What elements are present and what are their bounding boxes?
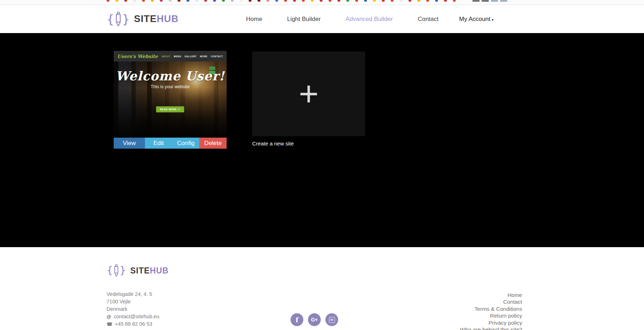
footer-link[interactable]: Home [384,292,522,298]
footer-address-lines: Vedelsgade 24, 4. 57100 VejleDenmark [107,291,245,313]
tab-favicon-dot[interactable] [195,0,198,2]
view-button[interactable]: View [114,138,145,149]
tab-favicon-dot[interactable] [266,0,269,2]
preview-nav-item: MORE [200,55,208,58]
site-header: { } SITEHUB Home Light Builder Advanced … [0,5,644,33]
footer-link[interactable]: Contact [384,298,522,305]
tab-favicon-dot[interactable] [382,0,385,2]
preview-hero-title: Welcome User! [114,69,227,83]
edit-button[interactable]: Edit [145,138,172,149]
preview-site-nav: ABOUTMENUGALLERYMORECONTACT [162,55,223,58]
logo-wordmark: SITEHUB [130,266,169,276]
plus-icon: + [299,77,319,111]
phone-icon: ☎ [107,321,112,327]
preview-site-header: Users's Website ABOUTMENUGALLERYMORECONT… [114,51,227,62]
address-line: 7100 Vejle [107,298,245,305]
preview-nav-item: MENU [174,55,181,58]
tab-favicon-dot[interactable] [391,0,394,2]
tab-favicon-dot[interactable] [222,0,225,2]
create-new-site-card[interactable]: + Create a new site [252,51,365,149]
tab-favicon-dot[interactable] [284,0,287,2]
footer-phone: +45 88 82 06 53 [115,321,152,327]
browser-toolbar-button[interactable] [491,0,498,2]
tab-favicon-dot[interactable] [249,0,251,2]
tab-favicon-dot[interactable] [320,0,323,2]
browser-tab-favicons [107,0,456,2]
tab-favicon-dot[interactable] [373,0,376,2]
nav-contact[interactable]: Contact [418,16,439,23]
footer-link[interactable]: Who are behind this site? [384,326,522,330]
tab-favicon-dot[interactable] [329,0,331,2]
tab-favicon-dot[interactable] [186,0,189,2]
tab-favicon-dot[interactable] [346,0,349,2]
nav-advanced-builder[interactable]: Advanced Builder [346,16,393,23]
footer-link[interactable]: Terms & Conditions [384,305,522,312]
tab-favicon-dot[interactable] [160,0,163,2]
sitehub-logo[interactable]: { } SITEHUB [107,12,179,27]
tab-favicon-dot[interactable] [275,0,278,2]
tab-favicon-dot[interactable] [133,0,136,2]
footer-email-line: @ contact@sitehub.eu [107,313,245,320]
browser-toolbar-buttons [472,0,507,2]
google-plus-icon[interactable]: G+ [308,313,321,326]
config-button[interactable]: Config [172,138,200,149]
tab-favicon-dot[interactable] [444,0,447,2]
nav-light-builder[interactable]: Light Builder [287,16,321,23]
footer-link[interactable]: Return policy [384,312,522,319]
my-account-dropdown[interactable]: My Account▾ [459,16,494,23]
tab-favicon-dot[interactable] [169,0,172,2]
footer-links: HomeContactTerms & ConditionsReturn poli… [384,292,522,330]
tab-favicon-dot[interactable] [204,0,207,2]
browser-toolbar-button[interactable] [482,0,489,2]
preview-read-more-button: READ MORE ▼ [156,106,184,112]
browser-toolbar-button[interactable] [472,0,480,2]
user-site-card: Users's Website ABOUTMENUGALLERYMORECONT… [114,51,227,149]
tab-favicon-dot[interactable] [426,0,429,2]
delete-button[interactable]: Delete [199,138,227,149]
site-actions: View Edit Config Delete [114,138,227,149]
tab-favicon-dot[interactable] [408,0,411,2]
tab-favicon-dot[interactable] [311,0,314,2]
browser-toolbar-button[interactable] [500,0,507,2]
footer-link[interactable]: Privacy policy [384,319,522,326]
tab-favicon-dot[interactable] [142,0,145,2]
tab-favicon-dot[interactable] [435,0,438,2]
tab-favicon-dot[interactable] [124,0,127,2]
tab-favicon-dot[interactable] [151,0,154,2]
tab-favicon-dot[interactable] [400,0,402,2]
tab-favicon-dot[interactable] [115,0,118,2]
preview-nav-item: GALLERY [184,55,196,58]
tab-favicon-dot[interactable] [417,0,420,2]
preview-site-title: Users's Website [117,54,158,59]
logo-wordmark: SITEHUB [134,14,179,25]
page: { } SITEHUB Home Light Builder Advanced … [0,0,644,330]
tab-favicon-dot[interactable] [302,0,305,2]
nav-home[interactable]: Home [246,16,262,23]
footer-address-block: Vedelsgade 24, 4. 57100 VejleDenmark @ c… [107,291,245,330]
tab-favicon-dot[interactable] [240,0,243,2]
tab-favicon-dot[interactable] [337,0,340,2]
logo-brace-right: } [122,13,130,25]
tab-favicon-dot[interactable] [453,0,456,2]
tab-favicon-dot[interactable] [107,0,109,2]
create-site-box[interactable]: + [252,52,365,136]
pencil-icon [115,12,121,27]
sites-area: Users's Website ABOUTMENUGALLERYMORECONT… [0,33,644,247]
site-footer: { } SITEHUB Vedelsgade 24, 4. 57100 Vejl… [0,247,644,330]
preview-hero-image: Welcome User! This is your website READ … [114,62,227,137]
tab-favicon-dot[interactable] [213,0,216,2]
facebook-icon[interactable]: f [291,313,303,326]
tab-favicon-dot[interactable] [258,0,260,2]
footer-email: contact@sitehub.eu [114,314,159,319]
tab-favicon-dot[interactable] [293,0,296,2]
footer-sitehub-logo[interactable]: { } SITEHUB [107,264,522,277]
tab-favicon-dot[interactable] [231,0,234,2]
tab-favicon-dot[interactable] [364,0,367,2]
address-line: Vedelsgade 24, 4. 5 [107,291,245,298]
logo-brace-right: } [120,266,126,276]
linkedin-icon[interactable]: in [325,313,338,326]
at-icon: @ [107,314,111,319]
preview-hero-subtitle: This is your website [114,84,227,89]
tab-favicon-dot[interactable] [355,0,358,2]
tab-favicon-dot[interactable] [178,0,180,2]
